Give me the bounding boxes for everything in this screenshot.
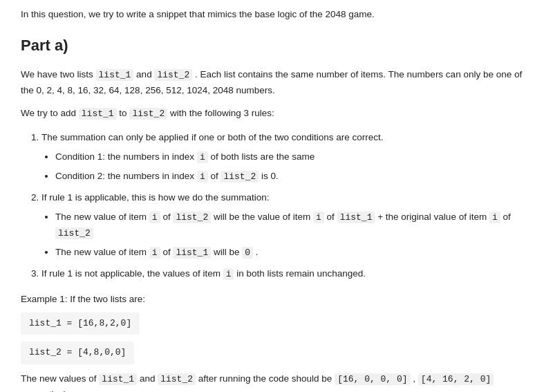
- rules-list: The summation can only be applied if one…: [41, 130, 532, 282]
- rule2-bullet2: The new value of item i of list_1 will b…: [55, 245, 532, 261]
- r2b1-list2-2: list_2: [55, 227, 93, 239]
- para1: We have two lists list_1 and list_2 . Ea…: [21, 67, 532, 97]
- result-list2: list_2: [158, 373, 196, 385]
- para2-list1-code: list_1: [79, 108, 117, 120]
- rule1-bullet2: Condition 2: the numbers in index i of l…: [55, 169, 532, 185]
- rule1-bullets: Condition 1: the numbers in index i of b…: [55, 149, 532, 185]
- rule-1: The summation can only be applied if one…: [41, 130, 532, 185]
- rule1-b2-list2: list_2: [221, 171, 259, 183]
- list1-code-block: list_1 = [16,8,2,0]: [21, 312, 140, 335]
- rule3-i: i: [223, 268, 234, 280]
- para1-list2-code: list_2: [154, 69, 192, 81]
- rule1-text: The summation can only be applied if one…: [41, 132, 384, 142]
- r2b1-list2: list_2: [173, 212, 211, 223]
- part-heading: Part a): [21, 33, 532, 57]
- rule-2: If rule 1 is applicable, this is how we …: [41, 190, 532, 261]
- example-section: Example 1: If the two lists are: list_1 …: [21, 292, 532, 371]
- example-label: Example 1: If the two lists are:: [21, 292, 532, 307]
- r2b1-i3: i: [489, 212, 500, 223]
- rule2-text: If rule 1 is applicable, this is how we …: [41, 192, 269, 203]
- rule1-b1-i: i: [197, 151, 208, 163]
- result-list1: list_1: [99, 373, 137, 385]
- r2b1-list1: list_1: [337, 212, 375, 223]
- result-val2: [4, 16, 2, 0]: [418, 373, 494, 385]
- intro-text: In this question, we try to write a snip…: [21, 7, 532, 22]
- result-para: The new values of list_1 and list_2 afte…: [21, 371, 532, 392]
- rule2-bullets: The new value of item i of list_2 will b…: [55, 209, 532, 261]
- r2b2-i: i: [149, 247, 160, 259]
- para1-mid: and: [133, 69, 154, 80]
- r2b1-i2: i: [313, 212, 324, 223]
- result-val1: [16, 0, 0, 0]: [335, 373, 410, 385]
- para2: We try to add list_1 to list_2 with the …: [21, 106, 532, 122]
- para2-to: to: [117, 108, 130, 118]
- list2-code-block: list_2 = [4,8,0,0]: [21, 342, 134, 364]
- para1-before: We have two lists: [21, 69, 96, 80]
- rule1-b2-i: i: [197, 171, 208, 183]
- para2-before: We try to add: [21, 108, 79, 118]
- rule-3: If rule 1 is not applicable, the values …: [41, 266, 532, 282]
- para2-after: with the following 3 rules:: [167, 108, 274, 118]
- r2b2-zero: 0: [242, 247, 253, 259]
- r2b2-list1: list_1: [173, 247, 211, 259]
- rule2-bullet1: The new value of item i of list_2 will b…: [55, 209, 532, 241]
- r2b1-i1: i: [149, 212, 160, 223]
- rule1-bullet1: Condition 1: the numbers in index i of b…: [55, 149, 532, 165]
- para1-list1-code: list_1: [96, 69, 134, 81]
- para2-list2-code: list_2: [129, 108, 167, 120]
